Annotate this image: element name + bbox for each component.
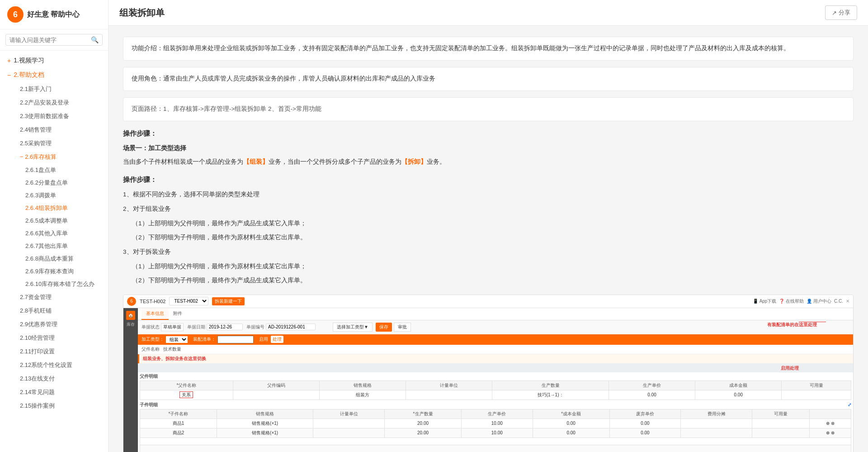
sidebar-item-265[interactable]: 2.6.5成本调整单 [18,214,108,227]
scene1-desc: 当由多个子件材料组装成一个成品的业务为【组装】业务，当由一个父件拆分成多个子产品… [123,156,854,168]
sidebar-item-2610[interactable]: 2.6.10库存账本错了怎么办 [18,278,108,290]
mini-new-btn[interactable]: 拆装新建一下 [212,297,245,305]
mini-close-icon[interactable]: ✕ [846,299,849,304]
mini-step-info: 技术数量 [163,346,181,352]
sidebar-item-269[interactable]: 2.6.9库存账本查询 [18,265,108,278]
mini-nav-inventory[interactable]: 库存 [127,322,135,328]
upper-cell-spec: 组装方 [319,390,406,400]
search-input[interactable] [9,37,91,43]
mini-type-select-btn[interactable]: 选择加工类型▼ [333,323,373,332]
mini-approve-btn[interactable]: 审批 [394,323,411,332]
sidebar-item-video[interactable]: + 1.视频学习 [0,53,108,68]
header: 组装拆卸单 ↗ 分享 [108,0,868,26]
sidebar-item-267[interactable]: 2.6.7其他出库单 [18,240,108,252]
mini-lower-table-wrapper: 子件明细 ⤢ *子件名称 销售规格 计量单位 *生产数量 [138,401,853,452]
lower-cell-2-qty: 20.00 [385,428,462,438]
sidebar-item-29[interactable]: 2.9优惠券管理 [13,318,108,331]
sidebar-item-22[interactable]: 2.2产品安装及登录 [13,96,108,109]
mini-company-select[interactable]: TEST-H002 [169,297,208,305]
step2-2: （2）下部明细为子件明细，最终作为原材料生成某它出库单。 [123,232,854,243]
upper-th-1: *父件名称 [140,381,233,390]
mini-tab-attachment[interactable]: 附件 [169,308,187,320]
sidebar-item-215[interactable]: 2.15操作案例 [13,399,108,413]
mini-upper-table: *父件名称 父件编码 销售规格 计量单位 生产数量 生产单价 成本金额 可用量 [140,381,851,400]
sidebar-item-268[interactable]: 2.6.8商品成本重算 [18,252,108,265]
lower-th-4: *生产数量 [385,409,462,419]
upper-th-8: 可用量 [782,381,851,390]
mini-product-input[interactable]: 关系 [179,391,193,398]
page-title: 组装拆卸单 [119,7,165,19]
mini-upper-table-title: 父件明细 [140,372,851,381]
sidebar-item-24[interactable]: 2.4销售管理 [13,123,108,137]
mini-no-label: 单据编号 [246,324,264,330]
lower-cell-2-cost: 0.00 [533,428,609,438]
lower-cell-1-scrap: 0.00 [609,419,681,428]
lower-th-1: *子件名称 [140,409,217,419]
mini-enable-label: 启用 [259,336,268,343]
sidebar-item-210[interactable]: 2.10经营管理 [13,331,108,345]
lower-cell-2-name: 商品2 [140,428,217,438]
sidebar-item-261[interactable]: 2.6.1盘点单 [18,164,108,176]
mini-no-input[interactable] [266,324,316,330]
sidebar-item-214[interactable]: 2.14常见问题 [13,385,108,399]
mini-expand-icon[interactable]: ⤢ [848,402,851,407]
mini-type-dropdown[interactable]: 组装 拆卸 [166,336,188,343]
scene1-title: 场景一：加工类型选择 [123,144,854,152]
lower-th-10 [809,409,851,419]
upper-cell-qty: 技巧(1→1)： [492,390,609,400]
sidebar-item-262[interactable]: 2.6.2分量盘点单 [18,176,108,189]
mini-process-row: 父件名称 技术数量 [138,345,853,354]
mini-date-input[interactable] [207,324,243,330]
share-icon: ↗ [832,10,837,16]
sidebar-item-25[interactable]: 2.5采购管理 [13,137,108,150]
lower-cell-1-qty: 20.00 [385,419,462,428]
sidebar-item-23[interactable]: 2.3使用前数据准备 [13,109,108,123]
mini-tab-basic[interactable]: 基本信息 [142,308,169,320]
mini-enable-region: 启用处理 [138,364,853,372]
search-icon[interactable]: 🔍 [91,36,99,43]
intro-role-block: 使用角色：通常由生产人员或库管人员完成拆装业务的操作，库管人员确认原材料的出库和… [123,67,854,91]
upper-cell-code [233,390,319,400]
lower-row-2: 商品2 销售规格(×1) 20.00 10.00 0.00 0.00 [140,428,851,438]
mini-enable-btn[interactable]: 处理 [271,336,283,343]
step3-1: （1）上部明细为父件明细，最终作为原材料生成某它出库单； [123,261,854,272]
steps-title: 操作步骤： [123,129,854,138]
sidebar-item-docs[interactable]: − 2.帮助文档 [0,68,108,82]
sidebar-item-266[interactable]: 2.6.6其他入库单 [18,227,108,240]
intro-role-text: 使用角色：通常由生产人员或库管人员完成拆装业务的操作，库管人员确认原材料的出库和… [132,75,435,82]
docs-children: 2.1新手入门 2.2产品安装及登录 2.3使用前数据准备 2.4销售管理 2.… [0,82,108,413]
mini-step-label: 父件名称 [142,346,160,352]
lower-th-5: 生产单价 [461,409,533,419]
sidebar-item-21[interactable]: 2.1新手入门 [13,82,108,96]
sidebar-item-213[interactable]: 2.13在线支付 [13,372,108,385]
sidebar-item-263[interactable]: 2.6.3调拨单 [18,189,108,202]
lower-th-8: 费用分摊 [681,409,752,419]
share-button[interactable]: ↗ 分享 [825,5,857,20]
mini-home-icon: 🏠 [126,311,135,320]
lower-cell-2-unit [313,428,385,438]
upper-cell-avail [782,390,851,400]
lower-cell-2-ops: ⊕ ⊗ [809,428,851,438]
upper-th-6: 生产单价 [609,381,695,390]
step2: 2、对于组装业务 [123,203,854,215]
mini-assembly-input[interactable] [217,336,254,343]
mini-logo: 6 [127,297,136,306]
sidebar-item-27[interactable]: 2.7资金管理 [13,290,108,304]
sidebar-item-28[interactable]: 2.8手机旺铺 [13,304,108,318]
sidebar-item-264[interactable]: 2.6.4组装拆卸单 [18,202,108,214]
logo-area: 6 好生意 帮助中心 [0,0,108,29]
ann-switch-text: 组装业务、拆卸业务在这里切换 [138,354,853,363]
lower-th-9: 可用量 [752,409,809,419]
mini-type-region: 选择加工类型▼ 保存 审批 [333,323,411,332]
26-children: 2.6.1盘点单 2.6.2分量盘点单 2.6.3调拨单 2.6.4组装拆卸单 … [13,164,108,290]
mini-field-status: 单据状态 草稿单据 [142,323,184,331]
path-block: 页面路径：1、库存核算->库存管理->组装拆卸单 2、首页->常用功能 [123,97,854,121]
sidebar-item-211[interactable]: 2.11打印设置 [13,345,108,358]
sidebar-item-212[interactable]: 2.12系统个性化设置 [13,358,108,372]
mini-save-btn[interactable]: 保存 [376,323,392,332]
lower-cell-2-alloc [681,428,752,438]
sidebar-item-26[interactable]: − 2.6库存核算 [13,150,108,164]
upper-row-1: 关系 组装方 技巧(1→1)： 0.00 0.00 [140,390,851,400]
mini-lower-table: *子件名称 销售规格 计量单位 *生产数量 生产单价 *成本金额 废弃单价 费用… [140,409,851,452]
mini-icon-bar: 📱 App下载 ❓ 在线帮助 👤 用户中心 C.C. ✕ [753,298,849,305]
